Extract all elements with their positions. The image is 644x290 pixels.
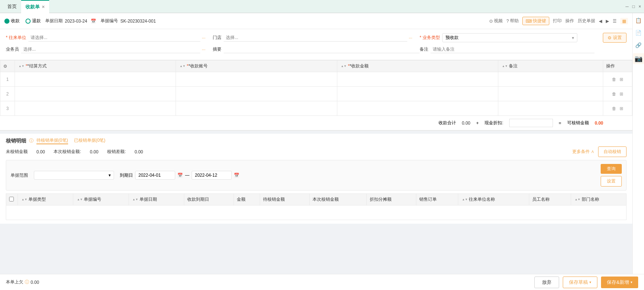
discard-btn[interactable]: 放弃 xyxy=(534,277,559,288)
list-view-btn[interactable]: ☰ xyxy=(613,19,617,24)
settings-btn[interactable]: ⚙ 设置 xyxy=(603,33,627,43)
help-btn[interactable]: ? 帮助 xyxy=(506,18,519,24)
tab-bar: 首页 收款单 × ─ □ × xyxy=(0,0,644,13)
nav-next[interactable]: ▶ xyxy=(606,19,609,24)
diff-label: 核销差额: xyxy=(107,149,126,155)
calendar-icon[interactable]: 📅 xyxy=(91,19,96,24)
operations-btn[interactable]: 操作 xyxy=(565,18,574,24)
grid-view-btn[interactable]: ▦ xyxy=(620,18,628,24)
more-conditions-btn[interactable]: 更多条件 ∧ xyxy=(572,149,594,155)
cell-account-2[interactable] xyxy=(176,87,337,101)
close-btn[interactable]: × xyxy=(639,4,641,9)
cell-payment-3[interactable] xyxy=(15,101,176,116)
from-unit-more[interactable]: ··· xyxy=(202,35,205,40)
cell-amount-1[interactable] xyxy=(337,72,498,87)
cell-account-3[interactable] xyxy=(176,101,337,116)
store-more[interactable]: ··· xyxy=(409,35,412,40)
verify-filter-row: 未核销金额 0.00 本次核销金额: 0.00 核销差额: 0.00 更多条件 … xyxy=(6,146,627,157)
delete-icon-1[interactable]: 🗑 xyxy=(612,77,616,82)
range-select[interactable]: ▾ xyxy=(34,171,114,180)
discount-input[interactable] xyxy=(509,119,553,127)
toolbar-actions: ⊙ 视频 ? 帮助 ⌨ 快捷键 打印 操作 历史单据 ◀ ▶ ☰ ▦ xyxy=(489,17,628,25)
cal-to-icon[interactable]: 📅 xyxy=(234,173,239,178)
cell-payment-1[interactable] xyxy=(15,72,176,87)
bottom-table: ▲▼ 单据类型 ▲▼ 单据编号 ▲▼ 单据日期 收款到期日 xyxy=(6,193,627,220)
form-section: * 往来单位 ··· 门店 ··· * 业务类型 预收款 ▾ ⚙ xyxy=(0,29,632,60)
range-chevron: ▾ xyxy=(109,173,111,178)
staff-more[interactable]: ··· xyxy=(202,47,205,52)
tab-verified[interactable]: 已核销单据(0笔) xyxy=(74,137,106,144)
current-value: 0.00 xyxy=(90,149,98,154)
cell-remark-3[interactable] xyxy=(498,101,603,116)
tab-close-btn[interactable]: × xyxy=(42,4,45,9)
side-table-icon[interactable]: 📋 xyxy=(634,16,643,25)
delete-icon-2[interactable]: 🗑 xyxy=(612,91,616,97)
sort-dept-name[interactable]: ▲▼ xyxy=(575,198,581,201)
copy-icon-3[interactable]: ⊞ xyxy=(620,106,623,111)
cell-remark-1[interactable] xyxy=(498,72,603,87)
staff-input[interactable] xyxy=(21,46,200,53)
delete-icon-3[interactable]: 🗑 xyxy=(612,106,616,111)
due-date-label: 到期日 xyxy=(120,172,133,179)
tab-pending[interactable]: 待核销单据(0笔) xyxy=(36,137,68,144)
history-btn[interactable]: 历史单据 xyxy=(578,18,595,24)
cell-payment-2[interactable] xyxy=(15,87,176,101)
from-unit-input[interactable] xyxy=(28,34,200,42)
cal-from-icon[interactable]: 📅 xyxy=(177,173,183,178)
order-info-icon[interactable]: ⓘ xyxy=(25,279,29,285)
filter-left: 未核销金额 0.00 本次核销金额: 0.00 核销差额: 0.00 xyxy=(6,146,143,157)
sort-icon[interactable]: ▲▼ xyxy=(19,64,24,68)
sort-doc-type[interactable]: ▲▼ xyxy=(21,198,27,201)
cell-amount-3[interactable] xyxy=(337,101,498,116)
cell-account-1[interactable] xyxy=(176,72,337,87)
side-link-icon[interactable]: 🔗 xyxy=(634,41,643,50)
verify-title: 核销明细 xyxy=(6,138,26,144)
maximize-btn[interactable]: □ xyxy=(632,4,635,9)
query-btn[interactable]: 查询 xyxy=(601,164,622,174)
cell-remark-2[interactable] xyxy=(498,87,603,101)
sort-doc-date[interactable]: ▲▼ xyxy=(133,198,138,201)
save-draft-btn[interactable]: 保存草稿 ▾ xyxy=(563,277,597,288)
save-new-btn[interactable]: 保存&新增 ▾ xyxy=(601,277,638,288)
shortcut-btn[interactable]: ⌨ 快捷键 xyxy=(522,17,549,25)
video-btn[interactable]: ⊙ 视频 xyxy=(489,18,503,24)
bottom-actions: 放弃 保存草稿 ▾ 保存&新增 ▾ xyxy=(534,277,638,288)
summary-input[interactable] xyxy=(224,46,420,53)
col-payment-method: ▲▼ **结算方式 xyxy=(15,60,176,72)
copy-icon-1[interactable]: ⊞ xyxy=(620,77,623,82)
date-to-input[interactable] xyxy=(192,171,232,180)
sort-icon-4[interactable]: ▲▼ xyxy=(502,64,508,68)
summary-field: 摘要 xyxy=(213,46,420,53)
sort-doc-num[interactable]: ▲▼ xyxy=(77,198,83,201)
from-unit-field: * 往来单位 ··· xyxy=(6,34,213,42)
sort-icon-2[interactable]: ▲▼ xyxy=(180,64,185,68)
date-from-input[interactable] xyxy=(135,171,175,180)
minimize-btn[interactable]: ─ xyxy=(625,4,629,9)
print-btn[interactable]: 打印 xyxy=(553,18,562,24)
store-input[interactable] xyxy=(224,34,407,42)
side-camera-icon[interactable]: 📷 xyxy=(633,53,644,64)
col-amount: 金额 xyxy=(233,194,260,205)
side-doc-icon[interactable]: 📄 xyxy=(634,28,643,37)
copy-icon-2[interactable]: ⊞ xyxy=(620,91,623,97)
table-settings-icon[interactable]: ⚙ xyxy=(3,64,7,69)
sort-icon-3[interactable]: ▲▼ xyxy=(341,64,347,68)
cell-amount-2[interactable] xyxy=(337,87,498,101)
col-checkbox[interactable] xyxy=(6,194,18,205)
nav-prev[interactable]: ◀ xyxy=(599,19,602,24)
tab-home[interactable]: 首页 xyxy=(3,0,21,13)
business-type-select[interactable]: 预收款 ▾ xyxy=(442,33,577,42)
window-controls: ─ □ × xyxy=(625,4,641,9)
tab-receipt[interactable]: 收款单 × xyxy=(21,0,49,13)
radio-refund[interactable]: 退款 xyxy=(25,18,41,24)
cell-ops-3: 🗑 ⊞ xyxy=(603,101,632,116)
set-btn[interactable]: 设置 xyxy=(601,176,622,187)
sort-unit-name[interactable]: ▲▼ xyxy=(462,198,468,201)
auto-verify-btn[interactable]: 自动核销 xyxy=(598,146,627,157)
radio-receipt[interactable]: 收款 xyxy=(4,18,20,24)
remark-input[interactable] xyxy=(431,46,594,53)
settings-col-header[interactable]: ⚙ xyxy=(0,60,15,72)
select-all-checkbox[interactable] xyxy=(9,197,14,201)
available-value: 0.00 xyxy=(595,121,603,126)
verify-info-icon[interactable]: ⓘ xyxy=(29,138,34,144)
